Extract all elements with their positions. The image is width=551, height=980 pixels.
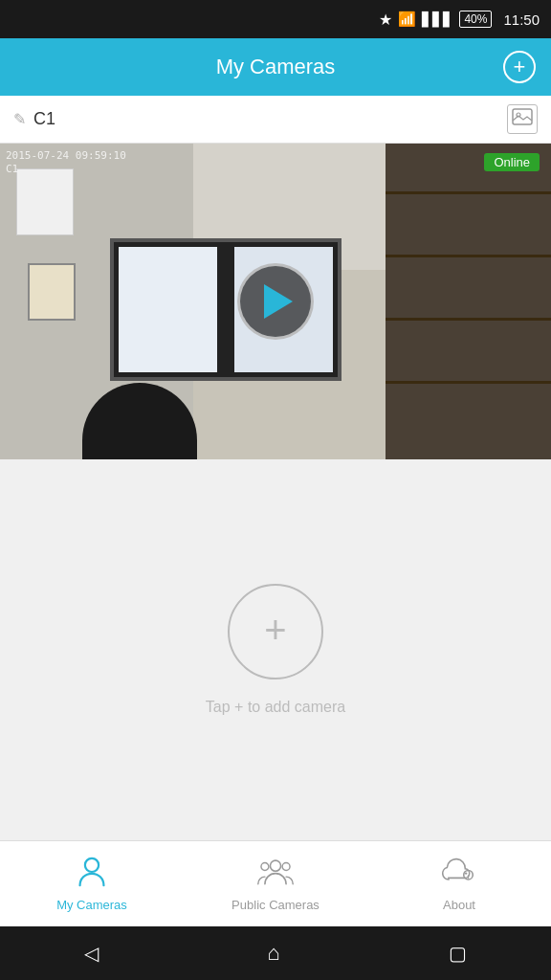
add-camera-hint: Tap + to add camera [206,699,345,716]
recent-apps-button[interactable]: ▢ [449,942,467,965]
svg-rect-0 [513,109,532,124]
home-button[interactable]: ⌂ [267,941,279,966]
svg-point-5 [282,862,290,870]
nav-item-public-cameras[interactable]: Public Cameras [184,857,367,912]
svg-point-3 [270,860,280,871]
play-button[interactable] [237,263,314,340]
bottom-nav: My Cameras Public Cameras About [0,840,551,926]
my-cameras-label: My Cameras [56,898,127,912]
app-title: My Cameras [216,55,336,79]
my-cameras-icon [77,857,107,894]
svg-point-7 [465,872,467,874]
shelf-line-3 [386,318,551,321]
about-label: About [443,898,475,912]
gallery-icon[interactable] [507,104,538,134]
public-cameras-label: Public Cameras [231,898,320,912]
star-icon: ★ [379,11,392,29]
camera-name: C1 [33,109,55,129]
shelf-line-4 [386,381,551,384]
about-icon [441,857,477,894]
signal-icon: ▋▋▋ [422,11,453,27]
edit-icon[interactable]: ✎ [13,110,26,128]
camera-name-area: ✎ C1 [13,109,55,129]
online-badge: Online [484,153,540,171]
wifi-icon: 📶 [398,11,416,28]
picture-frame [28,263,76,321]
play-icon [264,284,293,319]
app-bar: My Cameras + [0,38,551,96]
camera-item: ✎ C1 2015-07-24 09:59:10 C1 [0,96,551,459]
room-right-wall [386,144,551,459]
nav-item-my-cameras[interactable]: My Cameras [0,857,184,912]
android-nav-bar: ◁ ⌂ ▢ [0,926,551,980]
camera-label-overlay: C1 [6,163,18,175]
nav-item-about[interactable]: About [367,857,551,912]
add-plus-icon: + [264,611,286,649]
shelf-line-1 [386,191,551,194]
add-camera-circle-button[interactable]: + [228,584,323,679]
window-pane-left [119,247,217,372]
add-icon: + [514,55,526,79]
battery-indicator: 40% [459,11,492,28]
wall-calendar [16,168,74,235]
svg-point-2 [85,858,99,871]
video-timestamp: 2015-07-24 09:59:10 [6,149,126,162]
back-button[interactable]: ◁ [84,942,99,965]
status-time: 11:50 [503,11,540,28]
empty-area: + Tap + to add camera [0,459,551,840]
add-camera-button[interactable]: + [503,51,536,83]
status-bar: ★ 📶 ▋▋▋ 40% 11:50 [0,0,551,38]
shelf-line-2 [386,255,551,257]
status-icons: ★ 📶 ▋▋▋ 40% [379,11,492,29]
video-thumbnail[interactable]: 2015-07-24 09:59:10 C1 Online [0,144,551,459]
public-cameras-icon [257,857,294,894]
svg-point-4 [261,862,269,870]
camera-header: ✎ C1 [0,96,551,144]
